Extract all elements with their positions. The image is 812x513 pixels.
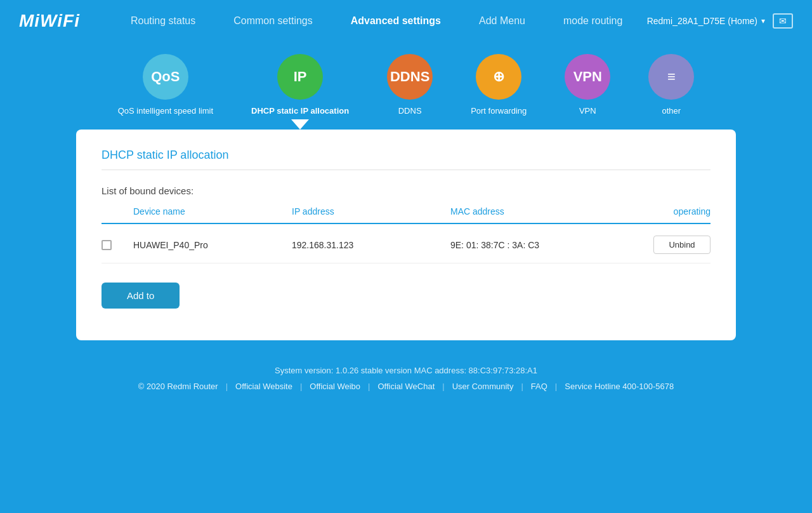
footer-link-official-website[interactable]: Official Website — [228, 382, 300, 391]
icon-label-other: other — [662, 106, 681, 116]
col-mac-address: MAC address — [450, 206, 609, 217]
row-checkbox[interactable] — [102, 240, 112, 250]
icon-circle-dhcp: IP — [277, 54, 323, 100]
icon-item-other[interactable]: ≡other — [648, 54, 694, 116]
icon-item-dhcp[interactable]: IPDHCP static IP allocation — [251, 54, 349, 116]
footer-link-official-weibo[interactable]: Official Weibo — [302, 382, 368, 391]
footer-link-faq[interactable]: FAQ — [523, 382, 555, 391]
icons-strip: QoSQoS intelligent speed limitIPDHCP sta… — [0, 41, 812, 116]
header-right: Redmi_28A1_D75E (Home) ▾ — [647, 13, 793, 29]
icon-label-ddns: DDNS — [398, 106, 422, 116]
footer-link-hotline[interactable]: Service Hotline 400-100-5678 — [557, 382, 681, 391]
device-list: HUAWEI_P40_Pro192.168.31.1239E: 01: 38:7… — [102, 227, 710, 263]
device-name: Redmi_28A1_D75E (Home) — [647, 16, 757, 26]
row-ip-address: 192.168.31.123 — [292, 240, 450, 250]
footer-link-user-community[interactable]: User Community — [445, 382, 521, 391]
icon-item-qos[interactable]: QoSQoS intelligent speed limit — [118, 54, 213, 116]
icons-strip-container: QoSQoS intelligent speed limitIPDHCP sta… — [0, 41, 812, 130]
icon-label-dhcp: DHCP static IP allocation — [251, 106, 349, 116]
device-selector[interactable]: Redmi_28A1_D75E (Home) ▾ — [647, 16, 765, 26]
footer-sys-info: System version: 1.0.26 stable version MA… — [0, 366, 812, 375]
icon-item-portfwd[interactable]: ⊕Port forwarding — [471, 54, 527, 116]
footer: System version: 1.0.26 stable version MA… — [0, 353, 812, 397]
chevron-down-icon: ▾ — [761, 17, 765, 25]
row-operating-cell: Unbind — [609, 236, 710, 254]
icon-circle-vpn: VPN — [565, 54, 610, 100]
icon-item-ddns[interactable]: DDNSDDNS — [387, 54, 433, 116]
col-checkbox — [102, 206, 133, 217]
nav-add-menu[interactable]: Add Menu — [479, 15, 525, 27]
icon-circle-ddns: DDNS — [387, 54, 433, 100]
footer-link-official-wechat[interactable]: Official WeChat — [370, 382, 442, 391]
icon-circle-portfwd: ⊕ — [476, 54, 521, 100]
section-title: DHCP static IP allocation — [102, 149, 710, 170]
selection-arrow — [0, 116, 812, 130]
icon-label-portfwd: Port forwarding — [471, 106, 527, 116]
navigation: Routing status Common settings Advanced … — [131, 15, 647, 27]
nav-routing-status[interactable]: Routing status — [131, 15, 195, 27]
icon-label-vpn: VPN — [579, 106, 596, 116]
list-label: List of bound devices: — [102, 185, 710, 196]
icon-circle-qos: QoS — [143, 54, 188, 100]
col-operating: operating — [609, 206, 710, 217]
table-row: HUAWEI_P40_Pro192.168.31.1239E: 01: 38:7… — [102, 227, 710, 263]
arrow-down-icon — [291, 119, 309, 130]
logo: MiWiFi — [19, 11, 80, 31]
icon-item-vpn[interactable]: VPNVPN — [565, 54, 610, 116]
col-device-name: Device name — [133, 206, 292, 217]
col-ip-address: IP address — [292, 206, 450, 217]
icon-circle-other: ≡ — [648, 54, 694, 100]
main-content: DHCP static IP allocation List of bound … — [76, 130, 736, 340]
row-mac-address: 9E: 01: 38:7C : 3A: C3 — [450, 240, 609, 250]
add-to-button[interactable]: Add to — [102, 283, 180, 309]
header: MiWiFi Routing status Common settings Ad… — [0, 0, 812, 41]
nav-common-settings[interactable]: Common settings — [233, 15, 313, 27]
footer-links: © 2020 Redmi Router | Official Website |… — [0, 382, 812, 391]
table-header: Device name IP address MAC address opera… — [102, 206, 710, 224]
row-device-name: HUAWEI_P40_Pro — [133, 240, 292, 250]
footer-copyright: © 2020 Redmi Router — [131, 382, 226, 391]
nav-mode-routing[interactable]: mode routing — [563, 15, 622, 27]
unbind-button[interactable]: Unbind — [653, 236, 710, 254]
icon-label-qos: QoS intelligent speed limit — [118, 106, 213, 116]
nav-advanced-settings[interactable]: Advanced settings — [351, 15, 441, 27]
mail-icon[interactable] — [773, 13, 793, 29]
